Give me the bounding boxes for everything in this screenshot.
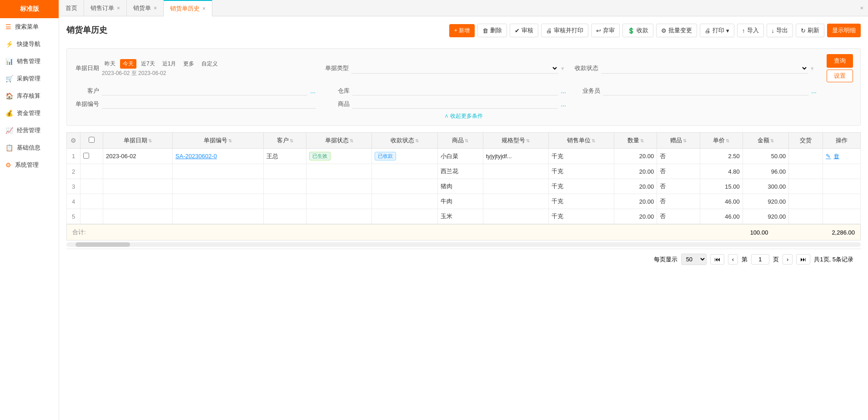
- audit-print-button[interactable]: 🖨 审核并打印: [541, 24, 588, 37]
- page-title: 销货单历史: [66, 25, 107, 35]
- date-tag-1month[interactable]: 近1月: [160, 59, 179, 69]
- query-button[interactable]: 查询: [827, 54, 853, 68]
- row-spec: [483, 194, 548, 209]
- doc-no-link[interactable]: SA-20230602-0: [176, 153, 217, 160]
- customer-sort-icon: ⇅: [290, 138, 293, 143]
- next-page-btn[interactable]: ›: [783, 254, 793, 265]
- col-doc-no[interactable]: 单据编号⇅: [172, 133, 263, 149]
- row-num: 3: [67, 179, 80, 194]
- tab-home[interactable]: 首页: [59, 0, 84, 16]
- collapse-filter-btn[interactable]: ∧ 收起更多条件: [74, 112, 853, 120]
- row-spec: [483, 209, 548, 224]
- new-button[interactable]: + 新增: [449, 24, 475, 37]
- warehouse-ellipsis[interactable]: ...: [561, 87, 566, 95]
- col-collect-status[interactable]: 收款状态⇅: [372, 133, 437, 149]
- date-tag-more[interactable]: 更多: [181, 59, 197, 69]
- date-tag-yesterday[interactable]: 昨天: [102, 59, 118, 69]
- row-gift: 否: [657, 164, 700, 179]
- doc-no-input[interactable]: [102, 99, 316, 109]
- refresh-button[interactable]: ↻ 刷新: [796, 24, 824, 37]
- show-detail-button[interactable]: 显示明细: [827, 24, 861, 37]
- col-customer[interactable]: 客户⇅: [264, 133, 306, 149]
- close-all-tabs[interactable]: ×: [855, 5, 868, 11]
- col-amount[interactable]: 金额⇅: [743, 133, 788, 149]
- col-spec[interactable]: 规格型号⇅: [483, 133, 548, 149]
- horizontal-scrollbar[interactable]: [66, 242, 861, 247]
- print-button[interactable]: 🖨 打印 ▾: [700, 24, 734, 37]
- export-button[interactable]: ↓ 导出: [767, 24, 793, 37]
- goods-ellipsis[interactable]: ...: [561, 100, 566, 108]
- row-checkbox[interactable]: [80, 149, 103, 164]
- first-page-btn[interactable]: ⏮: [710, 254, 724, 265]
- tab-sales-order[interactable]: 销售订单 ×: [84, 0, 127, 16]
- delete-row-btn[interactable]: 🗑: [833, 153, 839, 160]
- sidebar-item-search-menu[interactable]: ☰ 搜索菜单: [0, 18, 59, 35]
- warehouse-input[interactable]: [352, 86, 558, 95]
- goods-input[interactable]: [352, 99, 558, 109]
- select-all-checkbox[interactable]: [89, 137, 95, 143]
- import-button[interactable]: ↑ 导入: [737, 24, 764, 37]
- collect-button[interactable]: 💲 收款: [622, 24, 653, 37]
- sidebar-item-system-mgmt[interactable]: ⚙ 系统管理: [0, 156, 59, 174]
- tab-sales-delivery-close[interactable]: ×: [154, 5, 157, 11]
- col-settings[interactable]: ⚙: [67, 133, 80, 149]
- sidebar-item-label: 资金管理: [17, 109, 40, 117]
- col-goods[interactable]: 商品⇅: [437, 133, 483, 149]
- sidebar-logo: 标准版: [0, 0, 59, 18]
- row-checkbox[interactable]: [80, 209, 103, 224]
- row-doc-no: [172, 209, 263, 224]
- col-price[interactable]: 单价⇅: [700, 133, 743, 149]
- row-checkbox[interactable]: [80, 179, 103, 194]
- tab-sales-order-close[interactable]: ×: [117, 5, 120, 11]
- row-checkbox[interactable]: [80, 194, 103, 209]
- audit-button[interactable]: ✔ 审核: [510, 24, 538, 37]
- collect-status-select[interactable]: [601, 63, 808, 74]
- sidebar-item-purchase-mgmt[interactable]: 🛒 采购管理: [0, 70, 59, 87]
- sidebar-item-quick-nav[interactable]: ⚡ 快捷导航: [0, 35, 59, 53]
- prev-page-btn[interactable]: ‹: [728, 254, 738, 265]
- batch-change-button[interactable]: ⚙ 批量变更: [656, 24, 697, 37]
- col-checkbox[interactable]: [80, 133, 103, 149]
- row-price: 4.80: [700, 164, 743, 179]
- sidebar-item-sales-mgmt[interactable]: 📊 销售管理: [0, 53, 59, 70]
- staff-ellipsis[interactable]: ...: [811, 87, 817, 95]
- data-table: ⚙ 单据日期⇅ 单据编号⇅ 客户⇅ 单据状态⇅ 收款状态⇅ 商品⇅ 规格型号⇅ …: [66, 132, 861, 224]
- collect-icon: 💲: [627, 27, 635, 34]
- row-ops: [823, 164, 861, 179]
- row-checkbox[interactable]: [80, 164, 103, 179]
- staff-input[interactable]: [603, 86, 808, 95]
- tab-sales-delivery[interactable]: 销货单 ×: [127, 0, 164, 16]
- goods-filter: 商品 ...: [325, 99, 566, 109]
- sidebar-item-inventory[interactable]: 🏠 库存核算: [0, 87, 59, 105]
- set-button[interactable]: 设置: [827, 70, 853, 82]
- abandon-button[interactable]: ↩ 弃审: [591, 24, 620, 37]
- row-collect-status: [372, 209, 437, 224]
- tab-sales-history[interactable]: 销货单历史 ×: [164, 0, 212, 16]
- doc-type-select[interactable]: [351, 63, 558, 74]
- scrollbar-thumb[interactable]: [75, 242, 130, 247]
- sidebar-item-basic-info[interactable]: 📋 基础信息: [0, 139, 59, 156]
- date-tag-today[interactable]: 今天: [120, 59, 136, 69]
- customer-ellipsis[interactable]: ...: [310, 87, 316, 95]
- col-qty[interactable]: 数量⇅: [614, 133, 657, 149]
- col-unit[interactable]: 销售单位⇅: [548, 133, 614, 149]
- col-date[interactable]: 单据日期⇅: [103, 133, 172, 149]
- date-tag-custom[interactable]: 自定义: [199, 59, 221, 69]
- row-gift: 否: [657, 179, 700, 194]
- tab-sales-history-close[interactable]: ×: [202, 5, 206, 12]
- customer-input[interactable]: [102, 86, 307, 95]
- page-size-select[interactable]: 50 100 200: [681, 254, 707, 265]
- sidebar-item-operations[interactable]: 📈 经营管理: [0, 122, 59, 139]
- col-delivery[interactable]: 交货: [789, 133, 823, 149]
- tab-home-label: 首页: [65, 4, 77, 12]
- col-gift[interactable]: 赠品⇅: [657, 133, 700, 149]
- last-page-btn[interactable]: ⏭: [796, 254, 810, 265]
- edit-btn[interactable]: ✎: [826, 153, 831, 160]
- col-doc-status[interactable]: 单据状态⇅: [306, 133, 372, 149]
- sidebar-item-finance[interactable]: 💰 资金管理: [0, 105, 59, 122]
- row-qty: 20.00: [614, 179, 657, 194]
- row-select[interactable]: [83, 153, 89, 159]
- date-tag-7days[interactable]: 近7天: [138, 59, 158, 69]
- delete-button[interactable]: 🗑 删除: [477, 24, 507, 37]
- page-number-input[interactable]: [751, 254, 769, 265]
